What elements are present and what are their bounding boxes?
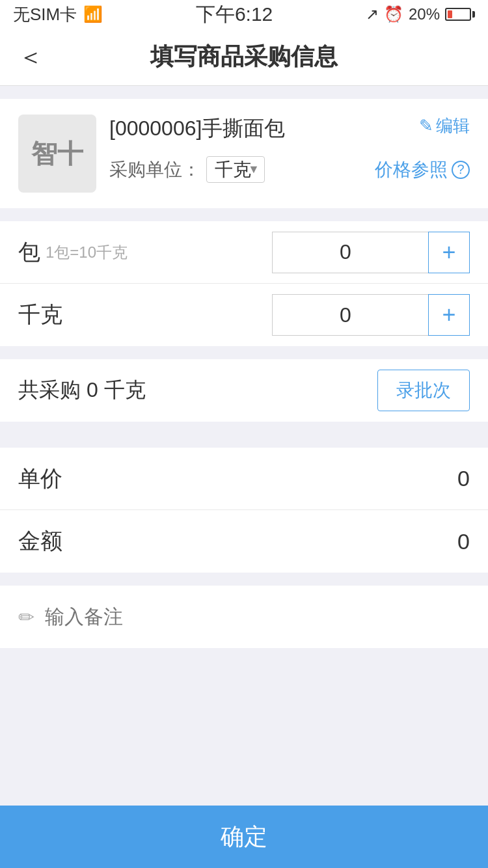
unit-price-row: 单价 0 bbox=[0, 448, 488, 510]
unit-label: 采购单位： bbox=[109, 159, 200, 180]
kg-control: + bbox=[272, 294, 470, 336]
pack-row: 包 1包=10千克 + bbox=[0, 221, 488, 284]
detail-section: 单价 0 金额 0 bbox=[0, 448, 488, 573]
pencil-icon: ✏ bbox=[18, 606, 34, 629]
input-section: 包 1包=10千克 + 千克 + bbox=[0, 221, 488, 346]
pack-plus-button[interactable]: + bbox=[428, 232, 470, 273]
unit-price-value: 0 bbox=[457, 466, 470, 491]
price-ref-label: 价格参照 bbox=[375, 157, 448, 182]
edit-button[interactable]: ✎ 编辑 bbox=[419, 115, 470, 137]
confirm-button[interactable]: 确定 bbox=[0, 806, 488, 868]
summary-amount: 0 bbox=[87, 378, 104, 401]
product-image: 智十 bbox=[18, 115, 96, 193]
status-bar: 无SIM卡 📶 下午6:12 ↗ ⏰ 20% bbox=[0, 0, 488, 29]
status-right: ↗ ⏰ 20% bbox=[366, 5, 475, 23]
amount-value: 0 bbox=[457, 529, 470, 554]
pack-sublabel: 1包=10千克 bbox=[46, 242, 128, 263]
wifi-icon: 📶 bbox=[83, 5, 103, 23]
edit-icon: ✎ bbox=[419, 116, 433, 136]
status-left: 无SIM卡 📶 bbox=[13, 3, 103, 26]
remark-section: ✏ bbox=[0, 586, 488, 648]
unit-price-label: 单价 bbox=[18, 464, 62, 494]
summary-unit: 千克 bbox=[104, 378, 146, 401]
divider-2 bbox=[0, 422, 488, 435]
unit-select[interactable]: 千克 bbox=[206, 156, 265, 183]
unit-select-wrap: 千克 bbox=[206, 156, 265, 183]
carrier-text: 无SIM卡 bbox=[13, 3, 77, 26]
bottom-spacer bbox=[0, 648, 488, 778]
amount-row: 金额 0 bbox=[0, 510, 488, 573]
pack-control: + bbox=[272, 232, 470, 273]
summary-text: 共采购 0 千克 bbox=[18, 376, 146, 405]
product-name: [0000006]手撕面包 bbox=[109, 115, 285, 143]
summary-row: 共采购 0 千克 录批次 bbox=[0, 359, 488, 422]
edit-label: 编辑 bbox=[436, 115, 470, 137]
kg-label: 千克 bbox=[18, 300, 62, 330]
page-title: 填写商品采购信息 bbox=[150, 41, 338, 73]
nav-bar: ＜ 填写商品采购信息 bbox=[0, 29, 488, 86]
product-logo-icon: 智十 bbox=[31, 136, 83, 172]
remark-input[interactable] bbox=[45, 606, 470, 628]
pack-label: 包 bbox=[18, 237, 40, 267]
batch-button[interactable]: 录批次 bbox=[377, 370, 470, 411]
pack-input[interactable] bbox=[272, 232, 428, 273]
kg-row: 千克 + bbox=[0, 284, 488, 346]
alarm-icon: ⏰ bbox=[384, 5, 403, 23]
back-button[interactable]: ＜ bbox=[18, 40, 43, 74]
time-text: 下午6:12 bbox=[196, 1, 273, 28]
price-ref-button[interactable]: 价格参照 ? bbox=[375, 157, 470, 182]
product-card: 智十 [0000006]手撕面包 ✎ 编辑 采购单位： 千克 价格参照 ? bbox=[0, 99, 488, 208]
kg-plus-button[interactable]: + bbox=[428, 294, 470, 336]
kg-input[interactable] bbox=[272, 294, 428, 336]
amount-label: 金额 bbox=[18, 526, 62, 556]
divider-1 bbox=[0, 208, 488, 221]
battery-percent: 20% bbox=[409, 5, 440, 23]
summary-prefix: 共采购 bbox=[18, 378, 87, 401]
location-icon: ↗ bbox=[366, 5, 379, 23]
product-info: [0000006]手撕面包 ✎ 编辑 采购单位： 千克 价格参照 ? bbox=[109, 115, 470, 183]
price-ref-icon: ? bbox=[452, 161, 470, 179]
battery-icon bbox=[445, 8, 475, 21]
